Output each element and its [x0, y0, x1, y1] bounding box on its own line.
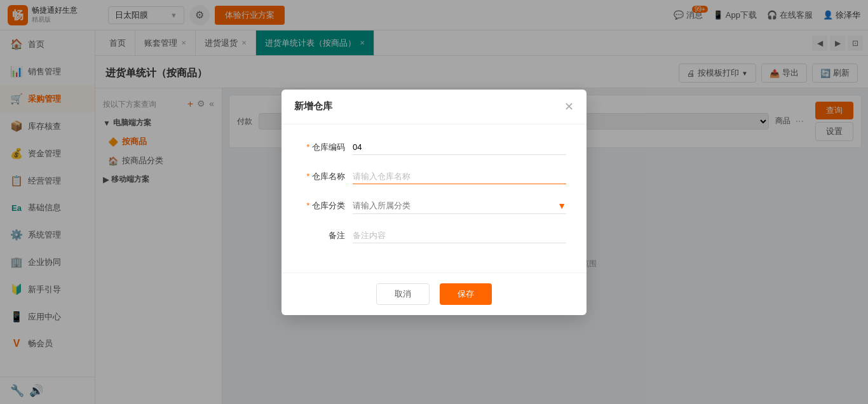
- modal-close-button[interactable]: ✕: [564, 100, 574, 114]
- code-input[interactable]: [353, 140, 566, 155]
- category-select-wrap: ▼: [353, 198, 566, 214]
- form-row-name: 仓库名称: [302, 169, 566, 184]
- modal-footer: 取消 保存: [281, 273, 587, 315]
- remark-input[interactable]: [353, 228, 566, 243]
- new-warehouse-modal: 新增仓库 ✕ 仓库编码 仓库名称 仓库分类 ▼: [281, 90, 587, 315]
- modal-header: 新增仓库 ✕: [281, 90, 587, 125]
- name-label: 仓库名称: [302, 171, 353, 182]
- code-label: 仓库编码: [302, 142, 353, 153]
- remark-label: 备注: [302, 230, 353, 241]
- modal-body: 仓库编码 仓库名称 仓库分类 ▼ 备注: [281, 125, 587, 273]
- category-label: 仓库分类: [302, 200, 353, 212]
- dropdown-arrow-icon: ▼: [557, 201, 566, 211]
- cancel-button[interactable]: 取消: [376, 283, 430, 305]
- category-input[interactable]: [353, 201, 557, 210]
- form-row-code: 仓库编码: [302, 140, 566, 155]
- name-input[interactable]: [353, 169, 566, 184]
- modal-title: 新增仓库: [294, 100, 332, 112]
- modal-overlay: 新增仓库 ✕ 仓库编码 仓库名称 仓库分类 ▼: [0, 0, 868, 404]
- save-button[interactable]: 保存: [440, 283, 492, 305]
- form-row-category: 仓库分类 ▼: [302, 198, 566, 214]
- form-row-remark: 备注: [302, 228, 566, 243]
